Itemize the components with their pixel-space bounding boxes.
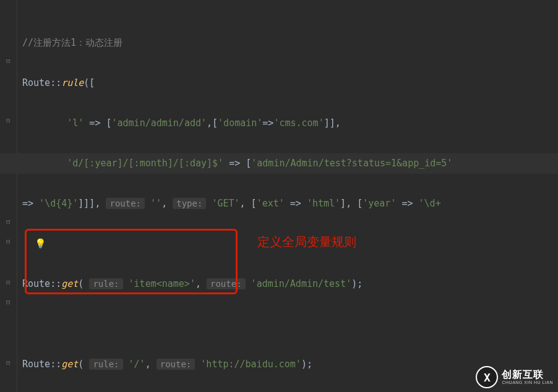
- fold-icon[interactable]: ⊟: [6, 116, 11, 124]
- code-line: 'd/[:year]/[:month]/[:day]$' => ['admin/…: [22, 153, 558, 174]
- param-hint: rule:: [89, 359, 122, 370]
- annotation-text: 定义全局变量规则: [257, 234, 356, 250]
- fold-icon[interactable]: ⊟: [6, 57, 11, 65]
- code-line: [22, 314, 558, 334]
- fold-icon[interactable]: ⊟: [6, 278, 11, 286]
- param-hint: route:: [157, 359, 195, 370]
- watermark-logo-icon: X: [476, 366, 498, 388]
- code-line: 'l' => ['admin/admin/add',['domain'=>'cm…: [22, 113, 558, 134]
- watermark: X 创新互联 CHUANG XIN HU LIAN: [476, 366, 553, 388]
- fold-icon[interactable]: ⊟: [6, 359, 11, 367]
- watermark-title: 创新互联: [502, 369, 553, 380]
- code-line: => '\d{4}']]], route: '', type: 'GET', […: [22, 194, 558, 214]
- fold-icon[interactable]: ⊟: [6, 237, 11, 245]
- code-line: //注册方法1：动态注册: [22, 33, 558, 53]
- code-line: Route::rule([: [22, 73, 558, 93]
- gutter: ⊟ ⊟ ⊟ ⊟ ⊟ ⊟ ⊟: [0, 0, 17, 392]
- param-hint: route:: [106, 198, 145, 209]
- param-hint: type:: [173, 198, 206, 209]
- code-editor[interactable]: //注册方法1：动态注册 Route::rule([ 'l' => ['admi…: [19, 12, 558, 392]
- fold-icon[interactable]: ⊟: [6, 298, 11, 306]
- watermark-subtitle: CHUANG XIN HU LIAN: [502, 380, 553, 385]
- annotation-box: [25, 229, 238, 294]
- fold-icon[interactable]: ⊟: [6, 218, 11, 226]
